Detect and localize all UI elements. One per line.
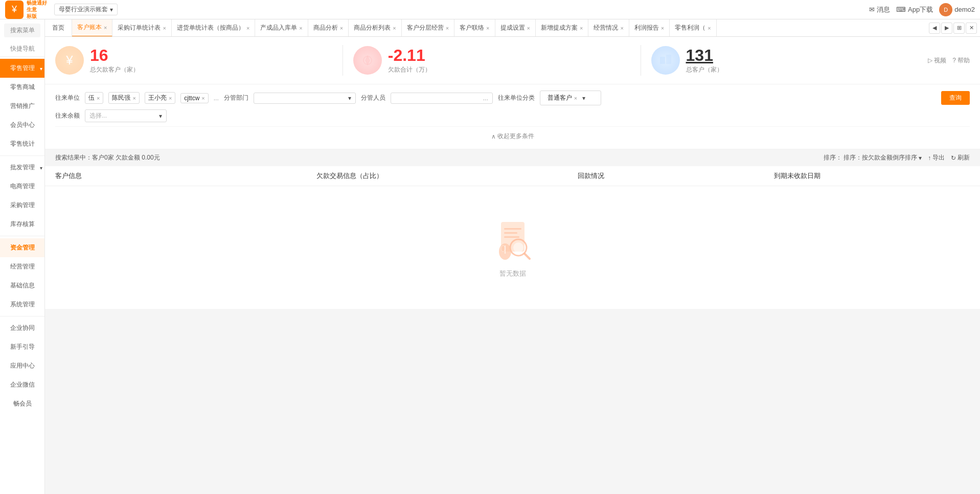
tab-close-product-inbound[interactable]: × (299, 25, 302, 31)
tab-retail-profit[interactable]: 零售利润（ × (670, 19, 716, 37)
quick-nav-area: 快捷导航 (0, 41, 44, 57)
dept-select[interactable]: ▾ (254, 93, 356, 104)
tab-close-incoming[interactable]: × (246, 25, 249, 31)
tab-close-profit-report[interactable]: × (661, 25, 664, 31)
message-button[interactable]: ✉ 消息 (869, 5, 890, 14)
tab-ops-situation[interactable]: 经营情况 × (588, 19, 629, 37)
stat-block-credit-customers: ¥ 16 总欠款客户（家） (55, 46, 332, 75)
person-more-dots[interactable]: ... (483, 95, 488, 102)
sidebar-item-enterprise-wechat[interactable]: 企业微信 (0, 375, 44, 394)
tab-close-product-analysis[interactable]: × (340, 25, 343, 31)
expand-arrow-icon-2: ▾ (40, 165, 42, 170)
stat-block-total-customers: 131 总客户（家） (651, 46, 928, 75)
video-label: 视频 (934, 56, 946, 65)
tab-close-new-improve-plan[interactable]: × (580, 25, 583, 31)
tab-close-retail-profit[interactable]: × (708, 25, 711, 31)
balance-filter-label: 往来余额 (55, 111, 80, 120)
app-download-button[interactable]: ⌨ App下载 (896, 5, 933, 14)
balance-select[interactable]: 选择... ▾ (85, 109, 167, 122)
stat-block-credit-total: -2.11 欠款合计（万） (353, 46, 630, 75)
message-label: 消息 (877, 5, 890, 14)
sidebar-item-finance[interactable]: 资金管理 (0, 238, 44, 257)
tab-customer-account[interactable]: 客户账本 × (72, 19, 112, 37)
export-button[interactable]: ↑ 导出 (928, 153, 945, 162)
collapse-button[interactable]: ∧ 收起更多条件 (55, 130, 970, 143)
unit-tag-cjttcw-close[interactable]: × (201, 95, 204, 101)
video-help-button[interactable]: ▷ 视频 (928, 56, 946, 65)
sidebar-item-retail-stats[interactable]: 零售统计 (0, 134, 44, 153)
svg-rect-6 (504, 236, 519, 238)
tab-close-product-analysis-list[interactable]: × (393, 25, 396, 31)
unit-tag-wu: 伍 × (85, 92, 103, 104)
query-button[interactable]: 查询 (941, 91, 970, 105)
unit-tag-chen-close[interactable]: × (132, 95, 135, 101)
refresh-icon: ↻ (951, 154, 956, 162)
empty-state: 暂无数据 (45, 186, 980, 309)
more-tags-button[interactable]: ... (214, 95, 219, 102)
sidebar-item-inventory[interactable]: 库存核算 (0, 215, 44, 234)
sidebar-item-app-center[interactable]: 应用中心 (0, 356, 44, 375)
tab-customer-segment[interactable]: 客户分层经营 × (402, 19, 454, 37)
unit-category-select[interactable]: 普通客户 × ▾ (540, 91, 601, 105)
tab-purchase-order-stats[interactable]: 采购订单统计表 × (112, 19, 171, 37)
nav-divider-1 (0, 155, 44, 156)
sidebar-item-purchase[interactable]: 采购管理 (0, 196, 44, 215)
collapse-label: 收起更多条件 (497, 132, 534, 141)
sidebar-item-member-center[interactable]: 会员中心 (0, 116, 44, 134)
search-menu-button[interactable]: 搜索菜单 (4, 24, 40, 37)
filter-section: 往来单位 伍 × 陈民强 × 王小亮 × (45, 84, 980, 149)
results-bar: 搜索结果中：客户0家 欠款金额 0.00元 排序： 排序：按欠款金额倒序排序 ▾… (45, 149, 980, 166)
balance-placeholder: 选择... (89, 111, 157, 120)
tab-improve-settings[interactable]: 提成设置 × (495, 19, 536, 37)
user-account[interactable]: D demo2 (939, 3, 975, 16)
tab-close-purchase-order[interactable]: × (163, 25, 166, 31)
stat-divider-2 (641, 45, 641, 76)
sort-selector[interactable]: 排序： 排序：按欠款金额倒序排序 ▾ (824, 153, 922, 162)
unit-category-tag-close[interactable]: × (574, 95, 577, 101)
sidebar-item-enterprise-collab[interactable]: 企业协同 (0, 319, 44, 338)
tab-profit-report[interactable]: 利润报告 × (629, 19, 670, 37)
sidebar-item-retail-mgmt[interactable]: 零售管理 ▾ (0, 59, 44, 78)
tab-close-customer-account[interactable]: × (104, 25, 107, 31)
tab-home[interactable]: 首页 (45, 19, 72, 37)
tab-close-improve-settings[interactable]: × (527, 25, 530, 31)
sidebar-item-new-guide[interactable]: 新手引导 (0, 338, 44, 356)
sidebar-item-sys-mgmt[interactable]: 系统管理 (0, 295, 44, 314)
unit-category-label: 往来单位分类 (498, 94, 535, 102)
sidebar-item-chang-member[interactable]: 畅会员 (0, 394, 44, 413)
sidebar-item-retail-mall[interactable]: 零售商城 (0, 78, 44, 97)
tab-customer-contact[interactable]: 客户联络 × (454, 19, 495, 37)
sidebar-item-ecommerce[interactable]: 电商管理 (0, 177, 44, 196)
sidebar-item-wholesale-mgmt[interactable]: 批发管理 ▾ (0, 158, 44, 177)
export-icon: ↑ (928, 154, 931, 162)
person-select[interactable]: ... (391, 93, 493, 104)
tab-incoming-stats[interactable]: 进货单统计表（按商品） × (172, 19, 255, 37)
sidebar-item-basic-info[interactable]: 基础信息 (0, 276, 44, 295)
sort-arrow-icon: ▾ (919, 154, 922, 162)
tab-scroll-right-button[interactable]: ▶ (941, 23, 952, 34)
app-layout: ¥ 畅捷通好生意 标版 母婴行业演示账套 ▾ ✉ 消息 ⌨ App下载 (0, 0, 980, 494)
tab-close-ops-situation[interactable]: × (620, 25, 623, 31)
unit-tag-wu-close[interactable]: × (97, 95, 100, 101)
help-button[interactable]: ? 帮助 (952, 56, 970, 65)
tab-scroll-left-button[interactable]: ◀ (929, 23, 940, 34)
collapse-up-icon: ∧ (491, 133, 496, 140)
quick-nav-button[interactable]: 快捷导航 (4, 44, 40, 53)
stat-info-credit-customers: 16 总欠款客户（家） (90, 47, 139, 74)
tab-product-analysis-list[interactable]: 商品分析列表 × (349, 19, 401, 37)
refresh-label: 刷新 (958, 153, 970, 162)
unit-tag-wang-close[interactable]: × (169, 95, 172, 101)
sidebar-item-ops[interactable]: 经营管理 (0, 257, 44, 276)
sidebar-item-marketing[interactable]: 营销推广 (0, 97, 44, 116)
tab-product-inbound[interactable]: 产成品入库单 × (255, 19, 308, 37)
tab-new-improve-plan[interactable]: 新增提成方案 × (536, 19, 588, 37)
tab-close-all-button[interactable]: ✕ (966, 23, 977, 34)
store-selector[interactable]: 母婴行业演示账套 ▾ (54, 4, 118, 15)
nav-divider-2 (0, 236, 44, 236)
tab-expand-button[interactable]: ⊞ (953, 23, 965, 34)
tab-close-customer-contact[interactable]: × (486, 25, 489, 31)
tab-product-analysis[interactable]: 商品分析 × (308, 19, 349, 37)
refresh-button[interactable]: ↻ 刷新 (951, 153, 970, 162)
tab-close-customer-segment[interactable]: × (446, 25, 449, 31)
top-bar: ¥ 畅捷通好生意 标版 母婴行业演示账套 ▾ ✉ 消息 ⌨ App下载 (0, 0, 980, 19)
